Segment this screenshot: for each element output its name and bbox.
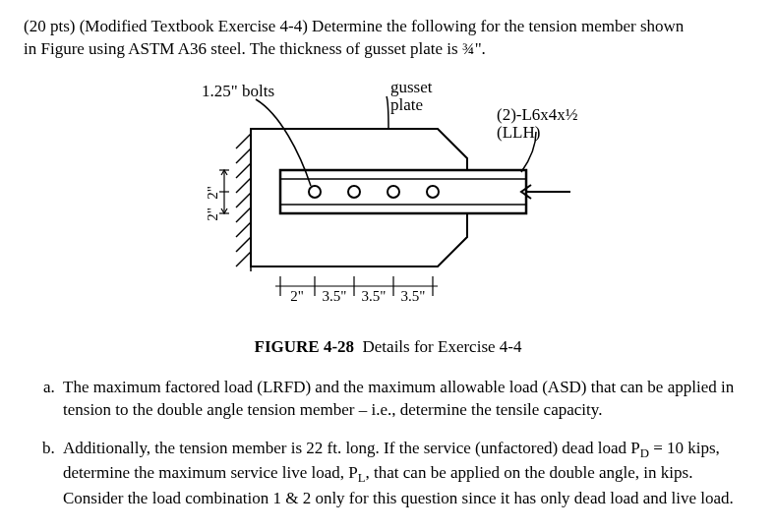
svg-line-4 xyxy=(236,178,251,193)
svg-line-2 xyxy=(236,148,251,163)
figure-block: 1.25" bolts gusset plate (2)-L6x4x½ (LLH… xyxy=(24,75,752,359)
label-member-1: (2)-L6x4x½ xyxy=(497,105,578,124)
svg-point-16 xyxy=(427,186,439,198)
qb-p1: Additionally, the tension member is 22 f… xyxy=(63,439,640,457)
svg-line-5 xyxy=(236,193,251,207)
svg-line-3 xyxy=(236,163,251,178)
svg-line-9 xyxy=(236,252,251,266)
qa-text: The maximum factored load (LRFD) and the… xyxy=(63,378,734,419)
prompt-line1: Determine the following for the tension … xyxy=(312,17,684,35)
figure-svg: 1.25" bolts gusset plate (2)-L6x4x½ (LLH… xyxy=(182,75,595,330)
dim-v-top: 2" xyxy=(205,186,220,200)
label-bolts: 1.25" bolts xyxy=(202,82,274,100)
dim-h1: 2" xyxy=(290,288,304,304)
question-b: Additionally, the tension member is 22 f… xyxy=(59,438,752,510)
svg-point-15 xyxy=(388,186,399,198)
figure-caption: FIGURE 4-28 Details for Exercise 4-4 xyxy=(255,336,522,359)
svg-line-6 xyxy=(236,207,251,222)
exercise-ref: (Modified Textbook Exercise 4-4) xyxy=(80,17,308,35)
label-member-2: (LLH) xyxy=(497,123,540,142)
qb-sub1: D xyxy=(640,446,649,460)
svg-point-13 xyxy=(309,186,321,198)
dim-h4: 3.5" xyxy=(400,288,425,304)
dim-v-bot: 2" xyxy=(205,207,220,221)
caption-bold: FIGURE 4-28 xyxy=(255,337,355,356)
svg-line-1 xyxy=(236,134,251,148)
svg-line-8 xyxy=(236,237,251,252)
dim-h2: 3.5" xyxy=(322,288,346,304)
points-label: (20 pts) xyxy=(24,17,75,35)
svg-line-7 xyxy=(236,222,251,237)
question-list: The maximum factored load (LRFD) and the… xyxy=(24,377,752,510)
qb-sub2: L xyxy=(358,472,366,486)
label-gusset-1: gusset xyxy=(390,78,433,96)
svg-point-14 xyxy=(348,186,360,198)
label-gusset-2: plate xyxy=(390,95,423,114)
caption-rest: Details for Exercise 4-4 xyxy=(363,337,522,356)
prompt-line2: in Figure using ASTM A36 steel. The thic… xyxy=(24,39,486,58)
problem-statement: (20 pts) (Modified Textbook Exercise 4-4… xyxy=(24,16,752,61)
question-a: The maximum factored load (LRFD) and the… xyxy=(59,377,752,422)
dim-h3: 3.5" xyxy=(361,288,386,304)
